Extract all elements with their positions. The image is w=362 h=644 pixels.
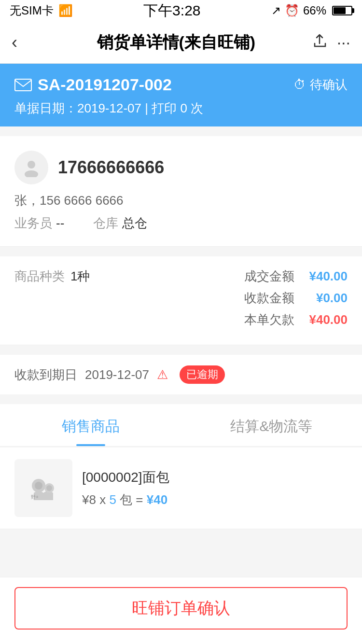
overdue-alert-icon: ⚠ <box>157 367 168 382</box>
battery-percent: 66% <box>303 4 326 17</box>
order-mail-icon <box>14 76 32 94</box>
order-header: SA-20191207-002 ⏱ 待确认 单据日期：2019-12-07 | … <box>0 64 362 126</box>
clock-icon: ⏱ <box>293 77 306 92</box>
table-row: 野+ [0000002]面包 ¥8 x 5 包 = ¥40 <box>0 448 362 529</box>
nav-actions: ··· <box>312 33 350 52</box>
summary-left: 商品种类 1种 <box>14 268 90 288</box>
owed-label: 本单欠款 <box>244 311 294 328</box>
customer-card: 17666666666 张，156 6666 6666 业务员 -- 仓库 总仓 <box>0 136 362 246</box>
due-date-value: 2019-12-07 <box>85 367 149 382</box>
sales-person: 业务员 -- <box>14 215 64 232</box>
customer-name: 张，156 6666 6666 <box>14 192 348 209</box>
product-type-value: 1种 <box>70 268 90 285</box>
owed-row: 本单欠款 ¥40.00 <box>244 311 348 328</box>
product-list: 野+ [0000002]面包 ¥8 x 5 包 = ¥40 <box>0 448 362 529</box>
received-row: 收款金额 ¥0.00 <box>244 290 348 307</box>
clock: 下午3:28 <box>143 1 200 21</box>
nav-bar: ‹ 销货单详情(来自旺铺) ··· <box>0 21 362 64</box>
svg-rect-0 <box>15 79 31 91</box>
received-label: 收款金额 <box>244 290 294 307</box>
due-date-label: 收款到期日 <box>14 366 77 383</box>
share-icon[interactable] <box>312 33 327 52</box>
confirm-order-button[interactable]: 旺铺订单确认 <box>14 587 348 630</box>
amount-row: 成交金额 ¥40.00 <box>244 268 348 285</box>
product-details: [0000002]面包 ¥8 x 5 包 = ¥40 <box>82 468 348 508</box>
wifi-icon: 📶 <box>58 4 73 17</box>
quantity: 5 <box>109 492 116 507</box>
sales-value: -- <box>56 216 64 231</box>
product-name: [0000002]面包 <box>82 468 348 487</box>
summary-card: 商品种类 1种 成交金额 ¥40.00 收款金额 ¥0.00 本单欠款 ¥40.… <box>0 256 362 345</box>
owed-value: ¥40.00 <box>309 312 348 327</box>
status-right: ↗ ⏰ 66% <box>271 4 352 17</box>
warehouse-label: 仓库 <box>93 215 118 232</box>
order-status: ⏱ 待确认 <box>293 76 348 93</box>
bottom-bar: 旺铺订单确认 <box>0 577 362 644</box>
due-date-card: 收款到期日 2019-12-07 ⚠ 已逾期 <box>0 355 362 394</box>
product-type-row: 商品种类 1种 <box>14 268 90 285</box>
svg-text:野+: 野+ <box>31 494 39 500</box>
total-price: ¥40 <box>147 492 167 507</box>
status-left: 无SIM卡 📶 <box>10 3 73 18</box>
order-id-text: SA-20191207-002 <box>38 75 172 94</box>
customer-meta: 业务员 -- 仓库 总仓 <box>14 215 348 232</box>
tabs: 销售商品 结算&物流等 <box>0 404 362 447</box>
svg-point-4 <box>35 482 42 490</box>
location-icon: ↗ <box>271 4 281 17</box>
product-type-label: 商品种类 <box>14 268 65 285</box>
amount-value: ¥40.00 <box>309 269 348 284</box>
customer-phone: 17666666666 <box>58 157 164 178</box>
back-chevron-icon: ‹ <box>12 32 17 53</box>
warehouse-value: 总仓 <box>122 215 147 232</box>
back-button[interactable]: ‹ <box>12 32 41 53</box>
status-text: 待确认 <box>310 76 348 93</box>
warehouse: 仓库 总仓 <box>93 215 147 232</box>
svg-point-6 <box>46 485 52 491</box>
amount-label: 成交金额 <box>244 268 294 285</box>
tab-products[interactable]: 销售商品 <box>0 404 181 446</box>
page-title: 销货单详情(来自旺铺) <box>97 31 256 54</box>
product-thumbnail: 野+ <box>14 459 72 517</box>
svg-point-1 <box>28 161 35 168</box>
order-date: 单据日期：2019-12-07 | 打印 0 次 <box>14 100 348 117</box>
unit: 包 <box>120 492 132 507</box>
carrier-label: 无SIM卡 <box>10 3 54 18</box>
product-price-row: ¥8 x 5 包 = ¥40 <box>82 491 348 508</box>
received-value: ¥0.00 <box>316 291 348 306</box>
more-options-icon[interactable]: ··· <box>337 33 350 52</box>
avatar <box>14 151 48 184</box>
status-bar: 无SIM卡 📶 下午3:28 ↗ ⏰ 66% <box>0 0 362 21</box>
summary-right: 成交金额 ¥40.00 收款金额 ¥0.00 本单欠款 ¥40.00 <box>244 268 348 333</box>
order-id-row: SA-20191207-002 <box>14 75 172 94</box>
alarm-icon: ⏰ <box>285 4 299 17</box>
overdue-badge: 已逾期 <box>180 365 225 384</box>
sales-label: 业务员 <box>14 215 52 232</box>
svg-point-2 <box>25 170 38 177</box>
battery-icon <box>332 6 352 15</box>
price-unit: ¥8 <box>82 492 96 507</box>
tab-settlement[interactable]: 结算&物流等 <box>181 404 362 446</box>
